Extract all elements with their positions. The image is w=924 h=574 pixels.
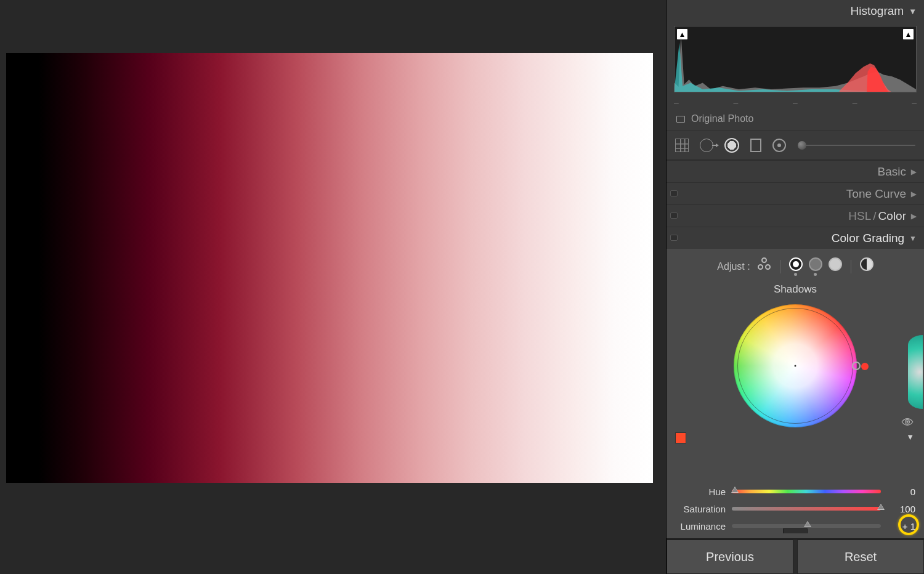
highlights-wheel-icon bbox=[829, 257, 842, 271]
adjust-mode-row: Adjust : bbox=[675, 257, 915, 276]
shadows-wheel-icon bbox=[789, 257, 803, 271]
luminance-label: Luminance bbox=[675, 521, 726, 532]
original-photo-label: Original Photo bbox=[691, 113, 753, 124]
tone-curve-section-header[interactable]: Tone Curve ◀ bbox=[667, 182, 924, 204]
hsl-label[interactable]: HSL bbox=[848, 209, 871, 223]
tone-curve-label: Tone Curve bbox=[846, 187, 906, 201]
separator bbox=[780, 260, 780, 273]
adjust-midtones-button[interactable] bbox=[809, 257, 822, 276]
chevron-down-icon[interactable]: ▼ bbox=[906, 432, 914, 442]
saturation-slider-row: Saturation 100 bbox=[675, 500, 915, 517]
chevron-left-icon: ◀ bbox=[911, 190, 917, 198]
luminance-slider[interactable] bbox=[732, 524, 881, 528]
separator bbox=[851, 260, 851, 273]
hue-value[interactable]: 0 bbox=[887, 487, 915, 497]
basic-section-header[interactable]: Basic ◀ bbox=[667, 160, 924, 182]
crop-tool-icon[interactable] bbox=[675, 139, 689, 152]
previous-button[interactable]: Previous bbox=[667, 540, 793, 574]
color-grading-label: Color Grading bbox=[832, 232, 904, 245]
toolstrip bbox=[667, 131, 924, 160]
previous-label: Previous bbox=[706, 550, 754, 564]
color-wheel-handle[interactable] bbox=[852, 362, 861, 370]
range-name: Shadows bbox=[675, 283, 915, 296]
color-grading-sliders: Hue 0 Saturation 100 Luminance + 1 bbox=[675, 455, 915, 535]
image-preview-area[interactable] bbox=[0, 0, 667, 574]
basic-label: Basic bbox=[878, 165, 906, 179]
original-photo-toggle[interactable]: Original Photo bbox=[667, 107, 924, 131]
adjust-3way-button[interactable] bbox=[758, 257, 771, 276]
color-swatch[interactable] bbox=[675, 432, 686, 443]
chevron-down-icon: ▼ bbox=[909, 7, 917, 16]
panel-switch-icon[interactable] bbox=[670, 235, 678, 241]
adjust-shadows-button[interactable] bbox=[789, 257, 803, 276]
masking-tool-icon[interactable] bbox=[724, 138, 739, 153]
tool-amount-slider[interactable] bbox=[800, 145, 915, 146]
panel-switch-icon[interactable] bbox=[670, 212, 678, 219]
slider-thumb[interactable] bbox=[877, 504, 885, 512]
aspect-tool-icon[interactable] bbox=[750, 139, 761, 152]
adjust-global-button[interactable] bbox=[860, 257, 873, 276]
adjacent-wheel-peek[interactable] bbox=[908, 335, 923, 409]
adjust-label: Adjust : bbox=[717, 261, 750, 272]
panel-switch-icon[interactable] bbox=[670, 190, 678, 196]
hue-slider-row: Hue 0 bbox=[675, 483, 915, 500]
visibility-toggle-icon[interactable] bbox=[901, 418, 914, 426]
hue-label: Hue bbox=[675, 487, 726, 497]
chevron-left-icon: ◀ bbox=[911, 212, 917, 220]
develop-panel: Histogram ▼ ▲ ▲ – – – – – Original Photo… bbox=[667, 0, 924, 574]
histogram-region-labels: – – – – – bbox=[667, 97, 924, 107]
separator: / bbox=[873, 209, 876, 223]
chevron-left-icon: ◀ bbox=[911, 168, 917, 176]
histogram-header[interactable]: Histogram ▼ bbox=[667, 0, 924, 22]
healing-tool-icon[interactable] bbox=[700, 139, 713, 152]
color-grading-section-header[interactable]: Color Grading ▼ bbox=[667, 227, 924, 249]
hsl-color-section-header[interactable]: HSL / Color ◀ bbox=[667, 204, 924, 227]
reset-button[interactable]: Reset bbox=[797, 540, 924, 574]
reset-label: Reset bbox=[845, 550, 877, 564]
histogram-title: Histogram bbox=[851, 4, 904, 18]
preview-image bbox=[6, 53, 653, 483]
color-grading-panel: Adjust : Shadows bbox=[667, 249, 924, 546]
redeye-tool-icon[interactable] bbox=[772, 139, 786, 152]
global-wheel-icon bbox=[860, 257, 873, 271]
hue-slider[interactable] bbox=[732, 490, 881, 493]
adjust-highlights-button[interactable] bbox=[829, 257, 842, 276]
color-wheel-hue-marker[interactable] bbox=[861, 363, 869, 370]
color-label[interactable]: Color bbox=[878, 209, 906, 223]
chevron-down-icon: ▼ bbox=[909, 234, 917, 243]
luminance-value[interactable]: + 1 bbox=[887, 521, 915, 532]
saturation-label: Saturation bbox=[675, 504, 726, 514]
histogram-graph bbox=[675, 26, 916, 92]
checkbox-icon bbox=[676, 116, 685, 123]
svg-point-0 bbox=[906, 421, 909, 423]
color-wheel-sat-ring[interactable] bbox=[737, 308, 853, 424]
saturation-value[interactable]: 100 bbox=[887, 504, 915, 514]
histogram[interactable]: ▲ ▲ bbox=[674, 26, 917, 92]
bottom-button-bar: Previous Reset bbox=[667, 538, 924, 574]
midtones-wheel-icon bbox=[809, 257, 822, 271]
saturation-slider[interactable] bbox=[732, 507, 881, 511]
panel-resize-handle[interactable] bbox=[783, 528, 808, 533]
slider-thumb[interactable] bbox=[731, 487, 739, 495]
